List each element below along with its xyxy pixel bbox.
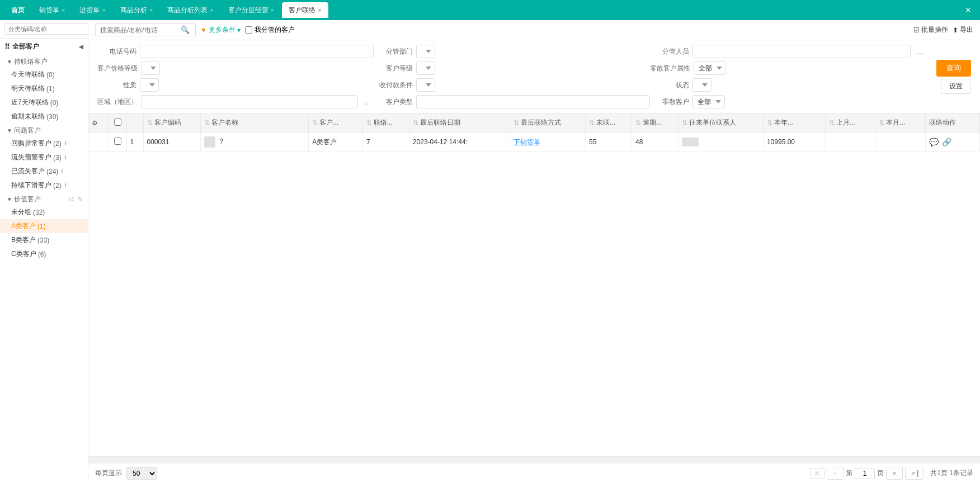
my-customers-checkbox[interactable] xyxy=(245,26,252,34)
chat-action-icon[interactable]: 💬 xyxy=(929,138,939,146)
value-group-refresh-icon[interactable]: ↺ xyxy=(68,195,74,203)
tab-home[interactable]: 首页 xyxy=(4,2,31,18)
sidebar-item-repurchase[interactable]: 回购异常客户 (2) ℹ xyxy=(0,136,88,150)
b-class-label: B类客户 xyxy=(11,235,36,245)
close-purchase-icon[interactable]: × xyxy=(102,7,105,13)
pager: K ＜ 第 页 ＞ ＞| 共1页 1条记录 xyxy=(810,467,973,480)
close-customer-contact-icon[interactable]: × xyxy=(318,7,321,13)
phone-input[interactable] xyxy=(140,45,374,58)
zero-select[interactable]: 全部 xyxy=(692,95,725,108)
row-actions-cell: 💬 🔗 xyxy=(926,132,980,152)
customer-table: ⚙ ⇅ 客户编码 xyxy=(88,113,980,152)
close-sales-icon[interactable]: × xyxy=(62,7,65,13)
close-analysis-icon[interactable]: × xyxy=(149,7,153,13)
sidebar-item-c-class[interactable]: C类客户 (6) xyxy=(0,247,88,261)
sidebar-item-tomorrow[interactable]: 明天待联络 (1) xyxy=(0,82,88,96)
price-level-select[interactable] xyxy=(141,61,160,75)
tab-analysis-list[interactable]: 商品分析列表 × xyxy=(161,2,220,18)
declining-count: (2) xyxy=(53,182,62,190)
sidebar-search-input[interactable] xyxy=(4,23,88,35)
ungrouped-count: (32) xyxy=(33,209,45,216)
table-row: 1 000031 ? A类客户 7 2023-04-12 14:44: 下销货单… xyxy=(88,132,980,152)
th-method-sort-icon: ⇅ xyxy=(513,119,519,127)
th-overdue: ⇅ 逾期... xyxy=(632,113,678,132)
person-more-icon[interactable]: … xyxy=(914,47,926,56)
filter-cell-type: 客户类型 xyxy=(374,95,650,108)
value-arrow-icon[interactable]: ▼ xyxy=(7,196,12,202)
tab-sales[interactable]: 销货单 × xyxy=(32,2,72,18)
main-search-icon[interactable]: 🔍 xyxy=(181,26,190,34)
tab-customer-contact[interactable]: 客户联络 × xyxy=(282,2,328,18)
window-close-button[interactable]: × xyxy=(960,4,976,16)
problem-arrow-icon[interactable]: ▼ xyxy=(7,127,12,134)
export-button[interactable]: ⬆ 导出 xyxy=(953,25,973,35)
my-customers-checkbox-area[interactable]: 我分管的客户 xyxy=(245,25,295,35)
first-page-button[interactable]: K xyxy=(810,468,824,479)
nature-select[interactable] xyxy=(140,78,159,92)
nature-label: 性质 xyxy=(97,80,136,90)
type-input[interactable] xyxy=(416,95,650,108)
th-cc-sort-icon: ⇅ xyxy=(682,119,687,127)
sidebar-item-churn-warn[interactable]: 流失预警客户 (3) ℹ xyxy=(0,150,88,164)
settings-button[interactable]: 设置 xyxy=(941,79,971,94)
tab-analysis[interactable]: 商品分析 × xyxy=(114,2,159,18)
row-checkbox[interactable] xyxy=(114,138,121,145)
row-company-contact xyxy=(678,132,763,152)
page-of-label: 页 xyxy=(877,468,884,478)
more-filters-btn[interactable]: ▼ 更多条件 ▾ xyxy=(200,25,241,35)
region-more-icon[interactable]: … xyxy=(361,97,374,106)
pending-arrow-icon[interactable]: ▼ xyxy=(7,59,12,65)
horizontal-scrollbar[interactable] xyxy=(88,456,980,463)
sidebar-item-7days[interactable]: 近7天待联络 (0) xyxy=(0,96,88,110)
main-search-input[interactable] xyxy=(100,26,178,34)
page-size-select[interactable]: 50 100 200 xyxy=(126,467,157,480)
total-text: 共1页 1条记录 xyxy=(930,468,973,478)
sidebar-item-churned[interactable]: 已流失客户 (24) ℹ xyxy=(0,164,88,178)
sidebar-item-overdue[interactable]: 逾期未联络 (30) xyxy=(0,110,88,124)
sidebar-item-declining[interactable]: 持续下滑客户 (2) ℹ xyxy=(0,178,88,192)
region-input[interactable] xyxy=(141,95,358,108)
a-class-label: A类客户 xyxy=(11,221,36,231)
last-page-button[interactable]: ＞| xyxy=(905,467,924,480)
close-customer-segment-icon[interactable]: × xyxy=(271,7,274,13)
person-input[interactable] xyxy=(692,45,911,58)
more-filters-arrow: ▾ xyxy=(237,26,241,34)
query-button[interactable]: 查询 xyxy=(936,60,971,77)
batch-op-button[interactable]: ☑ 批量操作 xyxy=(913,25,948,35)
status-select[interactable] xyxy=(692,78,712,92)
zero-label: 零散客户 xyxy=(650,97,689,107)
sidebar-item-a-class[interactable]: A类客户 (1) xyxy=(0,219,88,233)
sidebar-search-area: 🔍 xyxy=(0,20,88,39)
filter-cell-status: 状态 xyxy=(650,78,926,92)
level-select[interactable] xyxy=(416,61,435,75)
sidebar-item-ungrouped[interactable]: 未分组 (32) xyxy=(0,205,88,219)
value-group-edit-icon[interactable]: ✎ xyxy=(77,195,83,203)
overdue-count: (30) xyxy=(46,113,58,121)
last-method-link[interactable]: 下销货单 xyxy=(513,138,540,146)
next-page-button[interactable]: ＞ xyxy=(886,467,903,480)
dept-select[interactable] xyxy=(416,45,435,58)
sidebar-item-today[interactable]: 今天待联络 (0) xyxy=(0,68,88,82)
th-contact: ⇅ 联络... xyxy=(362,113,409,132)
filter-cell-person: 分管人员 … xyxy=(650,45,926,58)
link-action-icon[interactable]: 🔗 xyxy=(942,138,951,146)
value-group-text: 价值客户 xyxy=(14,195,41,204)
filter-row-3: 性质 收付款条件 状态 xyxy=(97,78,926,92)
select-all-checkbox[interactable] xyxy=(114,119,121,126)
th-not-contacted: ⇅ 未联... xyxy=(586,113,632,132)
c-class-count: (6) xyxy=(38,250,46,258)
page-input[interactable] xyxy=(855,468,875,479)
collapse-icon[interactable]: ◀ xyxy=(79,44,83,50)
status-select-wrap xyxy=(692,78,926,92)
th-code-label: 客户编码 xyxy=(154,118,181,127)
row-settings-cell xyxy=(88,132,109,152)
tab-purchase[interactable]: 进货单 × xyxy=(73,2,112,18)
close-analysis-list-icon[interactable]: × xyxy=(210,7,213,13)
tab-customer-segment[interactable]: 客户分层经营 × xyxy=(222,2,281,18)
payment-select[interactable] xyxy=(416,78,435,92)
zero-attr-select[interactable]: 全部 xyxy=(694,61,726,75)
table-settings-icon[interactable]: ⚙ xyxy=(92,119,98,127)
prev-page-button[interactable]: ＜ xyxy=(827,467,844,480)
sidebar-item-b-class[interactable]: B类客户 (33) xyxy=(0,233,88,247)
all-customers-header[interactable]: ⠿ 全部客户 ◀ xyxy=(0,39,88,55)
